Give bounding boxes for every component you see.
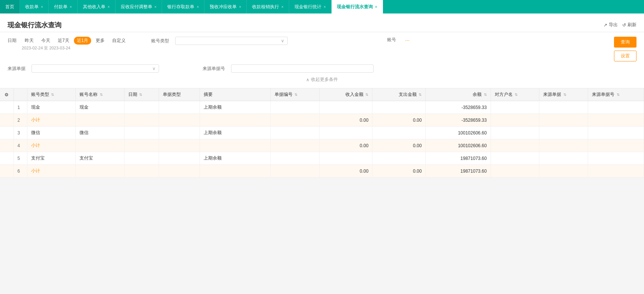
col-settings[interactable]: ⚙ xyxy=(0,88,14,101)
date-option-1month[interactable]: 近1月 xyxy=(74,37,92,45)
account-ellipsis[interactable]: ··· xyxy=(405,37,410,43)
table-cell xyxy=(200,114,270,127)
account-type-label: 账号类型 xyxy=(151,38,169,44)
table-cell: 5 xyxy=(14,152,27,165)
table-row[interactable]: 3微信微信上期余额100102606.60 xyxy=(0,127,644,139)
refresh-button[interactable]: ↺ 刷新 xyxy=(622,22,636,28)
table-cell: -3528659.33 xyxy=(426,101,491,114)
table-cell xyxy=(76,165,125,178)
table-cell xyxy=(588,165,644,178)
export-button[interactable]: ↗ 导出 xyxy=(603,22,618,28)
col-account-type[interactable]: 账号类型 ⇅ xyxy=(27,88,76,101)
nav-tab-ar-ap[interactable]: 应收应付调整单 × xyxy=(116,0,162,13)
close-payments-icon[interactable]: × xyxy=(70,5,72,9)
data-table: ⚙ 账号类型 ⇅ 账号名称 ⇅ 日期 ⇅ 单据类型 xyxy=(0,88,644,178)
nav-tab-stats[interactable]: 现金银行统计 × xyxy=(289,0,332,13)
table-row[interactable]: 5支付宝支付宝上期余额19871073.60 xyxy=(0,152,644,165)
col-doc-type: 单据类型 xyxy=(159,88,200,101)
table-cell: 0.00 xyxy=(319,139,372,152)
sort-balance-icon: ⇅ xyxy=(484,93,487,97)
date-option-more[interactable]: 更多 xyxy=(93,37,108,45)
table-settings-icon[interactable]: ⚙ xyxy=(5,92,9,97)
col-income[interactable]: 收入金额 ⇅ xyxy=(319,88,372,101)
col-counterparty[interactable]: 对方户名 ⇅ xyxy=(491,88,539,101)
col-date-label: 日期 xyxy=(128,92,137,97)
col-date[interactable]: 日期 ⇅ xyxy=(125,88,159,101)
col-doc-no[interactable]: 单据编号 ⇅ xyxy=(270,88,319,101)
table-cell: 2 xyxy=(14,114,27,127)
col-account-name[interactable]: 账号名称 ⇅ xyxy=(76,88,125,101)
date-option-custom[interactable]: 自定义 xyxy=(109,37,129,45)
account-type-select[interactable]: ∨ xyxy=(175,37,288,45)
close-prepaid-icon[interactable]: × xyxy=(239,5,241,9)
col-source-doc[interactable]: 来源单据 ⇅ xyxy=(539,88,588,101)
nav-tab-writeoff[interactable]: 收款核销执行 × xyxy=(247,0,289,13)
col-doc-type-label: 单据类型 xyxy=(163,92,181,97)
source-doc-select[interactable]: ∨ xyxy=(32,64,159,73)
settings-button[interactable]: 设置 xyxy=(614,51,636,61)
nav-writeoff-label: 收款核销执行 xyxy=(252,4,279,10)
table-cell xyxy=(125,165,159,178)
table-cell xyxy=(491,114,539,127)
table-cell xyxy=(0,101,14,114)
close-ar-ap-icon[interactable]: × xyxy=(155,5,157,9)
filter-area: 日期 昨天 今天 近7天 近1月 更多 自定义 2023-02-24 至 202… xyxy=(0,32,644,88)
table-cell xyxy=(588,114,644,127)
table-cell: 0.00 xyxy=(372,139,426,152)
table-row[interactable]: 4小计0.000.00100102606.60 xyxy=(0,139,644,152)
table-cell: 支付宝 xyxy=(27,152,76,165)
table-cell xyxy=(539,101,588,114)
table-row[interactable]: 6小计0.000.0019871073.60 xyxy=(0,165,644,178)
nav-tab-cash-query[interactable]: 现金银行流水查询 × xyxy=(332,0,383,13)
close-cash-query-icon[interactable]: × xyxy=(375,5,377,9)
table-cell: 微信 xyxy=(76,127,125,139)
table-cell xyxy=(270,127,319,139)
date-option-yesterday[interactable]: 昨天 xyxy=(22,37,37,45)
nav-tab-bank[interactable]: 银行存取款单 × xyxy=(162,0,204,13)
nav-tab-prepaid[interactable]: 预收冲应收单 × xyxy=(204,0,247,13)
close-receipts-icon[interactable]: × xyxy=(41,5,43,9)
col-balance[interactable]: 余额 ⇅ xyxy=(426,88,491,101)
col-source-doc-no[interactable]: 来源单据号 ⇅ xyxy=(588,88,644,101)
nav-tab-other-income[interactable]: 其他收入单 × xyxy=(78,0,116,13)
table-cell: 0.00 xyxy=(372,165,426,178)
table-cell xyxy=(491,152,539,165)
table-cell xyxy=(0,114,14,127)
collapse-button[interactable]: ∧ 收起更多条件 xyxy=(306,76,338,83)
table-row[interactable]: 2小计0.000.00-3528659.33 xyxy=(0,114,644,127)
col-expense[interactable]: 支出金额 ⇅ xyxy=(372,88,426,101)
table-cell xyxy=(491,127,539,139)
source-doc-no-label: 来源单据号 xyxy=(203,66,225,72)
source-doc-no-input[interactable] xyxy=(231,64,374,73)
date-option-today[interactable]: 今天 xyxy=(38,37,53,45)
close-stats-icon[interactable]: × xyxy=(324,5,326,9)
table-cell xyxy=(270,165,319,178)
table-header-row: ⚙ 账号类型 ⇅ 账号名称 ⇅ 日期 ⇅ 单据类型 xyxy=(0,88,644,101)
date-option-7days[interactable]: 近7天 xyxy=(55,37,72,45)
close-writeoff-icon[interactable]: × xyxy=(281,5,284,9)
collapse-label: 收起更多条件 xyxy=(311,76,338,83)
table-cell: 19871073.60 xyxy=(426,165,491,178)
table-cell xyxy=(125,152,159,165)
header-actions: ↗ 导出 ↺ 刷新 xyxy=(603,22,636,28)
refresh-icon: ↺ xyxy=(622,22,626,28)
table-cell: 现金 xyxy=(76,101,125,114)
nav-home[interactable]: 首页 xyxy=(0,0,20,13)
table-cell: 3 xyxy=(14,127,27,139)
table-row[interactable]: 1现金现金上期余额-3528659.33 xyxy=(0,101,644,114)
table-cell xyxy=(159,139,200,152)
nav-tab-receipts[interactable]: 收款单 × xyxy=(20,0,49,13)
close-other-income-icon[interactable]: × xyxy=(108,5,110,9)
table-cell: 小计 xyxy=(27,139,76,152)
account-type-chevron: ∨ xyxy=(281,38,284,43)
table-cell xyxy=(319,101,372,114)
export-icon: ↗ xyxy=(603,22,607,28)
close-bank-icon[interactable]: × xyxy=(197,5,199,9)
query-button[interactable]: 查询 xyxy=(614,37,636,48)
table-cell xyxy=(0,139,14,152)
nav-tab-payments[interactable]: 付款单 × xyxy=(49,0,78,13)
table-cell xyxy=(491,165,539,178)
table-cell xyxy=(270,152,319,165)
top-nav: 首页 收款单 × 付款单 × 其他收入单 × 应收应付调整单 × 银行存取款单 … xyxy=(0,0,644,13)
table-cell xyxy=(372,101,426,114)
